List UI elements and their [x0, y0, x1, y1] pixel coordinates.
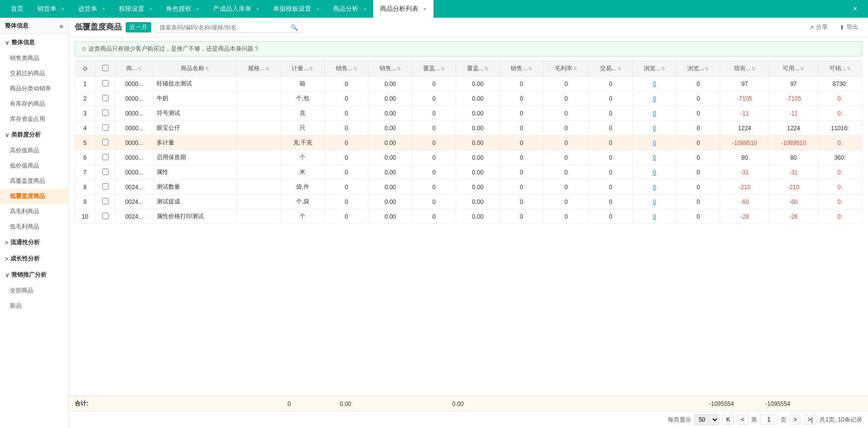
row-name[interactable]: 牛奶 — [153, 91, 237, 106]
sidebar-item-category-rate[interactable]: 商品分类动销率 — [0, 81, 68, 96]
select-all-checkbox[interactable] — [102, 65, 108, 71]
sidebar-section-growth[interactable]: > 成长性分析 — [0, 251, 68, 267]
sidebar-section-flow[interactable]: > 流通性分析 — [0, 234, 68, 251]
nav-roles-close[interactable]: × — [196, 6, 199, 12]
row-checkbox[interactable] — [95, 195, 115, 209]
row-checkbox[interactable] — [95, 180, 115, 195]
row-select-checkbox[interactable] — [102, 80, 108, 86]
row-select-checkbox[interactable] — [102, 110, 108, 116]
sidebar-item-high-coverage[interactable]: 高覆盖度商品 — [0, 173, 68, 189]
row-checkbox[interactable] — [95, 77, 115, 91]
row-name[interactable]: 旺辅批次测试 — [153, 77, 237, 91]
sidebar-item-all-goods[interactable]: 全部商品 — [0, 283, 68, 298]
row-checkbox[interactable] — [95, 121, 115, 136]
row-checkbox[interactable] — [95, 165, 115, 180]
col-browse1[interactable]: 浏览...⇅ — [632, 61, 676, 77]
page-size-select[interactable]: 50 100 200 — [694, 414, 719, 425]
nav-home[interactable]: 首页 — [4, 0, 30, 18]
row-checkbox[interactable] — [95, 136, 115, 150]
sidebar-section-overall[interactable]: ∨ 整体信息 — [0, 34, 68, 51]
row-browse1[interactable]: 0 — [632, 106, 676, 121]
col-unit[interactable]: 计量...⇅ — [281, 61, 325, 77]
nav-permissions-close[interactable]: × — [149, 6, 152, 12]
sidebar-item-low-value[interactable]: 低价值商品 — [0, 158, 68, 173]
col-available[interactable]: 可用...⇅ — [769, 61, 818, 77]
search-icon[interactable]: 🔍 — [291, 24, 298, 31]
row-checkbox[interactable] — [95, 209, 115, 224]
row-name[interactable]: 属性 — [153, 165, 237, 180]
nav-permissions[interactable]: 权限设置 × — [112, 0, 159, 18]
row-name[interactable]: 启用保质期 — [153, 150, 237, 165]
row-name[interactable]: 测试提成 — [153, 195, 237, 209]
nav-sales-close[interactable]: × — [61, 6, 64, 12]
nav-production-close[interactable]: × — [256, 6, 259, 12]
sidebar-section-marketing[interactable]: ∨ 营销推广分析 — [0, 267, 68, 283]
col-browse2[interactable]: 浏览...⇅ — [677, 61, 720, 77]
row-browse1[interactable]: 0 — [632, 195, 676, 209]
row-browse1[interactable]: 0 — [632, 77, 676, 91]
row-checkbox[interactable] — [95, 150, 115, 165]
col-name[interactable]: 商品名称⇅ — [153, 61, 237, 77]
share-button[interactable]: ↗ 分享 — [805, 22, 832, 33]
col-sales3[interactable]: 销售...⇅ — [500, 61, 543, 77]
nav-template-close[interactable]: × — [316, 6, 319, 12]
row-browse1[interactable]: 0 — [632, 165, 676, 180]
row-select-checkbox[interactable] — [102, 95, 108, 101]
nav-goods-analysis[interactable]: 商品分析 × — [326, 0, 373, 18]
row-browse1[interactable]: 0 — [632, 180, 676, 195]
search-input[interactable] — [160, 24, 291, 31]
col-sales1[interactable]: 销售...⇅ — [325, 61, 368, 77]
row-checkbox[interactable] — [95, 106, 115, 121]
row-name[interactable]: 多计量 — [153, 136, 237, 150]
row-browse1[interactable]: 0 — [632, 121, 676, 136]
sidebar-item-new-goods[interactable]: 新品 — [0, 298, 68, 314]
first-page-button[interactable]: K — [722, 415, 734, 425]
nav-goods-list-close[interactable]: × — [423, 6, 426, 12]
next-page-button[interactable]: > — [789, 415, 801, 425]
row-name[interactable]: 测试数量 — [153, 180, 237, 195]
col-settings[interactable]: ⚙ — [75, 61, 95, 77]
row-checkbox[interactable] — [95, 91, 115, 106]
nav-template[interactable]: 单据模板设置 × — [266, 0, 326, 18]
sidebar-item-sales-goods[interactable]: 销售类商品 — [0, 51, 68, 66]
row-browse1[interactable]: 0 — [632, 91, 676, 106]
col-sales2[interactable]: 销售...⇅ — [368, 61, 412, 77]
sidebar-item-high-value[interactable]: 高价值商品 — [0, 143, 68, 158]
time-badge[interactable]: 近一月 — [126, 22, 151, 32]
nav-sales[interactable]: 销货单 × — [30, 0, 71, 18]
sidebar-item-inventory-capital[interactable]: 库存资金占用 — [0, 112, 68, 127]
nav-roles[interactable]: 角色授权 × — [159, 0, 206, 18]
row-select-checkbox[interactable] — [102, 139, 108, 145]
row-select-checkbox[interactable] — [102, 169, 108, 175]
row-name[interactable]: 眼宝公仔 — [153, 121, 237, 136]
sidebar-item-low-margin[interactable]: 低毛利商品 — [0, 219, 68, 234]
col-spec[interactable]: 规格...⇅ — [237, 61, 281, 77]
page-number-input[interactable] — [760, 415, 778, 425]
nav-production[interactable]: 产成品入库单 × — [206, 0, 266, 18]
sidebar-section-group[interactable]: ∨ 类群度分析 — [0, 127, 68, 143]
last-page-button[interactable]: >| — [804, 415, 816, 425]
sidebar-item-high-margin[interactable]: 高毛利商品 — [0, 204, 68, 219]
sidebar-item-inventory-goods[interactable]: 有库存的商品 — [0, 96, 68, 112]
nav-goods-analysis-close[interactable]: × — [363, 6, 366, 12]
col-sellable[interactable]: 可销...⇅ — [818, 61, 862, 77]
export-button[interactable]: ⬆ 导出 — [836, 22, 862, 33]
col-trade[interactable]: 交易...⇅ — [589, 61, 632, 77]
window-close-button[interactable]: × — [846, 4, 864, 13]
nav-purchase-close[interactable]: × — [102, 6, 105, 12]
row-browse1[interactable]: 0 — [632, 136, 676, 150]
row-select-checkbox[interactable] — [102, 154, 108, 160]
nav-purchase[interactable]: 进货单 × — [71, 0, 112, 18]
sidebar-item-low-coverage[interactable]: 低覆盖度商品 — [0, 189, 68, 204]
row-select-checkbox[interactable] — [102, 213, 108, 219]
row-select-checkbox[interactable] — [102, 124, 108, 131]
row-name[interactable]: 属性价格打印测试 — [153, 209, 237, 224]
sidebar-item-traded-goods[interactable]: 交易过的商品 — [0, 66, 68, 81]
row-select-checkbox[interactable] — [102, 198, 108, 204]
col-current[interactable]: 现有...⇅ — [720, 61, 769, 77]
row-name[interactable]: 符号测试 — [153, 106, 237, 121]
col-code[interactable]: 商...⇅ — [115, 61, 153, 77]
col-cov1[interactable]: 覆盖...⇅ — [412, 61, 456, 77]
col-margin[interactable]: 毛利率⇅ — [543, 61, 589, 77]
row-select-checkbox[interactable] — [102, 183, 108, 190]
